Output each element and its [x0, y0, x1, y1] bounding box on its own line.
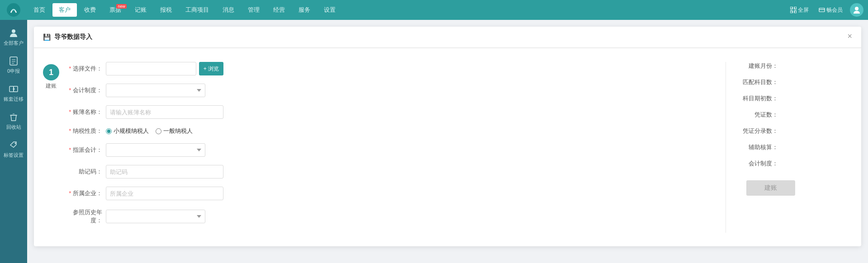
member-button[interactable]: 畅会员: [816, 5, 845, 15]
accounting-system-label: 会计制度：: [66, 86, 102, 94]
info-voucher-entries-label: 凭证分录数：: [737, 127, 778, 135]
fullscreen-button[interactable]: 全屏: [787, 5, 811, 15]
form-grid: 选择文件： + 浏览 会计制度：: [66, 62, 716, 233]
nav-item-home[interactable]: 首页: [27, 3, 52, 17]
svg-rect-5: [819, 8, 825, 12]
sidebar-item-label-settings-label: 标签设置: [4, 152, 24, 159]
svg-point-7: [12, 29, 15, 33]
file-path-input[interactable]: [106, 62, 196, 75]
nav-items: 首页 客户 收费 票据 new 记账 报税 工商项目 消息 管理 经营 服务 设…: [27, 3, 787, 17]
sidebar-item-label-settings[interactable]: 标签设置: [1, 136, 26, 162]
member-label: 畅会员: [826, 6, 843, 14]
info-aux-label: 辅助核算：: [737, 143, 778, 151]
dialog-header: 💾 导爷数据导入 ×: [34, 27, 861, 48]
info-initial-row: 科目期初数：: [737, 94, 852, 103]
sidebar-item-recycle[interactable]: 回收站: [1, 108, 26, 134]
svg-rect-3: [790, 11, 792, 13]
import-icon: 💾: [43, 33, 51, 41]
info-match-label: 匹配科目数：: [737, 78, 778, 86]
select-file-row: 选择文件： + 浏览: [66, 62, 716, 75]
select-file-label: 选择文件：: [66, 65, 102, 73]
app-logo: [5, 1, 23, 19]
step-label: 建账: [46, 82, 57, 90]
accounting-system-row: 会计制度：: [66, 84, 716, 97]
sidebar-item-all-clients[interactable]: 全部客户: [1, 24, 26, 50]
file-input-group: + 浏览: [106, 62, 223, 75]
svg-point-11: [15, 143, 16, 144]
memo-code-input[interactable]: [106, 165, 223, 178]
nav-item-industry[interactable]: 工商项目: [179, 3, 215, 17]
tax-general-radio[interactable]: 一般纳税人: [156, 127, 193, 135]
assigned-accountant-select[interactable]: [106, 143, 205, 157]
tax-general-radio-input[interactable]: [156, 128, 161, 134]
tax-type-radio-group: 小规模纳税人 一般纳税人: [106, 127, 716, 135]
nav-item-tax[interactable]: 报税: [154, 3, 178, 17]
nav-item-invoice[interactable]: 票据 new: [103, 3, 128, 17]
memo-code-label: 助记码：: [66, 168, 102, 176]
nav-item-bookkeeping[interactable]: 记账: [128, 3, 153, 17]
info-accounting-system-row: 会计制度：: [737, 160, 852, 168]
svg-rect-1: [790, 7, 792, 9]
dialog-title: 导爷数据导入: [54, 33, 92, 41]
browse-button[interactable]: + 浏览: [199, 62, 223, 75]
main-layout: 全部客户 0申报 账套迁移 回收站 标签设置 💾 导爷数据导入 ×: [0, 20, 868, 263]
info-initial-label: 科目期初数：: [737, 94, 778, 103]
tax-small-label: 小规模纳税人: [114, 127, 149, 135]
info-voucher-label: 凭证数：: [737, 111, 778, 119]
dialog-body: 1 建账 选择文件： + 浏览: [34, 48, 861, 246]
tax-small-radio-input[interactable]: [106, 128, 112, 134]
info-month-label: 建账月份：: [737, 62, 778, 70]
new-badge: new: [116, 4, 127, 9]
tax-small-radio[interactable]: 小规模纳税人: [106, 127, 149, 135]
close-button[interactable]: ×: [847, 32, 852, 40]
step-indicator: 1 建账: [43, 62, 59, 90]
fullscreen-label: 全屏: [798, 6, 809, 14]
nav-right: 全屏 畅会员: [787, 3, 863, 17]
memo-code-row: 助记码：: [66, 165, 716, 178]
nav-item-fees[interactable]: 收费: [78, 3, 102, 17]
nav-item-operation[interactable]: 经营: [267, 3, 291, 17]
content-area: 💾 导爷数据导入 × 1 建账 选择文件：: [27, 20, 868, 263]
tax-type-row: 纳税性质： 小规模纳税人 一般纳税人: [66, 127, 716, 135]
nav-item-message[interactable]: 消息: [216, 3, 241, 17]
info-month-row: 建账月份：: [737, 62, 852, 70]
tax-type-label: 纳税性质：: [66, 127, 102, 135]
company-row: 所属企业：: [66, 187, 716, 200]
nav-item-service[interactable]: 服务: [292, 3, 317, 17]
sidebar-item-all-clients-label: 全部客户: [4, 40, 24, 47]
nav-item-client[interactable]: 客户: [52, 3, 77, 17]
accounting-system-select[interactable]: [106, 84, 205, 97]
top-navigation: 首页 客户 收费 票据 new 记账 报税 工商项目 消息 管理 经营 服务 设…: [0, 0, 868, 20]
svg-rect-4: [794, 11, 797, 13]
info-panel: 建账月份： 匹配科目数： 科目期初数： 凭证数：: [726, 62, 852, 233]
ledger-name-row: 账簿名称：: [66, 105, 716, 119]
sidebar-item-recycle-label: 回收站: [6, 124, 21, 131]
sidebar-item-migrate-label: 账套迁移: [4, 96, 24, 103]
dialog-card: 💾 导爷数据导入 × 1 建账 选择文件：: [34, 27, 861, 246]
sidebar-item-declare-label: 0申报: [7, 68, 20, 75]
reference-year-select[interactable]: [106, 210, 205, 223]
step-circle: 1: [43, 64, 59, 80]
form-section: 1 建账 选择文件： + 浏览: [43, 62, 716, 233]
nav-item-manage[interactable]: 管理: [242, 3, 266, 17]
info-match-row: 匹配科目数：: [737, 78, 852, 86]
sidebar-item-migrate[interactable]: 账套迁移: [1, 80, 26, 106]
nav-item-settings[interactable]: 设置: [318, 3, 342, 17]
company-input[interactable]: [106, 187, 223, 200]
svg-rect-2: [794, 7, 797, 9]
ledger-name-label: 账簿名称：: [66, 108, 102, 116]
assigned-accountant-label: 指派会计：: [66, 146, 102, 154]
sidebar: 全部客户 0申报 账套迁移 回收站 标签设置: [0, 20, 27, 263]
create-btn-container: 建账: [737, 176, 852, 196]
reference-year-label: 参照历史年度：: [66, 208, 102, 225]
info-voucher-row: 凭证数：: [737, 111, 852, 119]
user-avatar[interactable]: [850, 3, 863, 17]
company-label: 所属企业：: [66, 189, 102, 197]
svg-point-6: [855, 7, 859, 10]
ledger-name-input[interactable]: [106, 105, 223, 119]
svg-rect-8: [10, 57, 17, 65]
reference-year-row: 参照历史年度：: [66, 208, 716, 225]
assigned-accountant-row: 指派会计：: [66, 143, 716, 157]
create-account-button[interactable]: 建账: [746, 180, 795, 196]
sidebar-item-declare[interactable]: 0申报: [1, 52, 26, 78]
